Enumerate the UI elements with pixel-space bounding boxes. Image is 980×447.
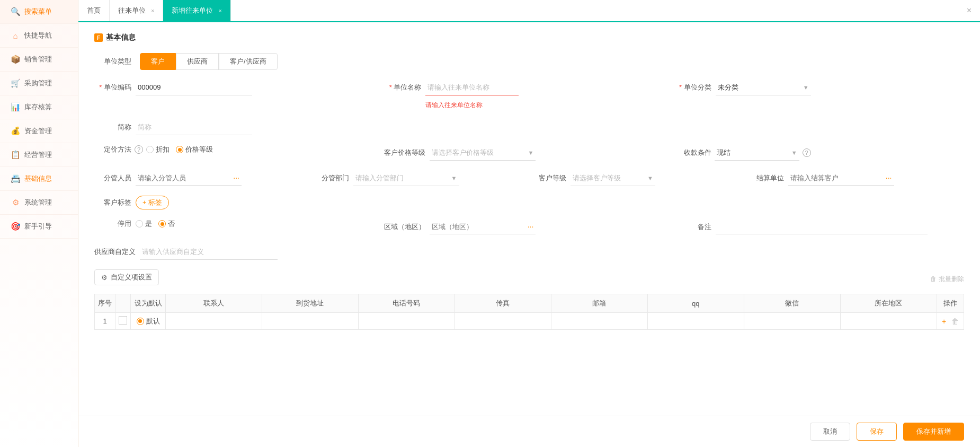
supplier-custom-input[interactable] (140, 244, 278, 260)
row-add-btn[interactable]: + (942, 317, 946, 326)
shortname-input[interactable] (136, 119, 252, 135)
save-and-new-button[interactable]: 保存并新增 (903, 423, 964, 441)
customer-price-select[interactable]: 请选择客户价格等级 ▼ (430, 145, 536, 161)
cell-wechat[interactable] (744, 313, 840, 330)
sidebar-item-quicknav[interactable]: ⌂ 快捷导航 (0, 24, 78, 48)
cell-contact[interactable] (165, 313, 262, 330)
bulk-delete-btn[interactable]: 🗑 批量删除 (930, 275, 964, 284)
default-radio[interactable]: 默认 (134, 317, 162, 326)
disabled-yes-circle (136, 220, 143, 227)
th-qq: qq (647, 294, 744, 313)
unit-type-group: 客户 供应商 客户/供应商 (140, 53, 278, 70)
cancel-button[interactable]: 取消 (810, 423, 850, 441)
unit-btn-customer[interactable]: 客户 (140, 53, 176, 70)
cell-phone[interactable] (358, 313, 455, 330)
disabled-radio-yes[interactable]: 是 (136, 219, 152, 229)
customer-level-chevron-icon: ▼ (647, 175, 653, 181)
pricing-radio-level[interactable]: 价格等级 (176, 145, 213, 154)
disabled-radio-no[interactable]: 否 (158, 219, 175, 229)
category-value: 未分类 (718, 83, 801, 92)
email-input[interactable] (555, 317, 644, 325)
payment-terms-help-icon[interactable]: ? (803, 148, 811, 157)
unit-btn-both[interactable]: 客户/供应商 (219, 53, 278, 70)
purchase-icon: 🛒 (11, 78, 20, 88)
tab-new-partner-label: 新增往来单位 (172, 6, 213, 15)
contact-table: 序号 设为默认 联系人 到货地址 电话号码 传真 邮箱 qq 微信 所在地区 操… (94, 294, 964, 330)
code-name-category-row: 单位编码 单位名称 请输入往来单位名称 单位分类 未分类 ▼ (94, 80, 964, 110)
sidebar-item-basic[interactable]: 📇 基础信息 (0, 167, 78, 191)
contact-input[interactable] (169, 317, 259, 325)
bulk-delete-label: 批量删除 (939, 275, 964, 284)
pricing-level-circle (176, 146, 183, 153)
disabled-no-label: 否 (168, 219, 175, 229)
sidebar-item-inventory-label: 库存核算 (24, 102, 52, 112)
sidebar-item-guide[interactable]: 🎯 新手引导 (0, 215, 78, 239)
tab-home[interactable]: 首页 (78, 0, 110, 21)
manager-dots-btn[interactable]: ··· (231, 173, 242, 182)
settlement-input[interactable] (788, 170, 884, 185)
disabled-field: 停用 是 否 (94, 219, 384, 229)
pricing-discount-label: 折扣 (156, 145, 170, 154)
th-seq: 序号 (95, 294, 115, 313)
pricing-discount-circle (146, 146, 154, 153)
name-error-tip: 请输入往来单位名称 (425, 101, 483, 110)
row-delete-btn[interactable]: 🗑 (951, 317, 959, 326)
phone-input[interactable] (362, 317, 451, 325)
manager-input[interactable] (136, 170, 231, 185)
sidebar-item-operations[interactable]: 📋 经营管理 (0, 143, 78, 167)
pricing-row: 定价方法 ? 折扣 价格等级 客户价格等级 请选择客户价格等级 (94, 145, 964, 161)
cell-address[interactable] (262, 313, 358, 330)
cell-fax[interactable] (455, 313, 551, 330)
tab-bar-close-btn[interactable]: × (958, 6, 980, 15)
pricing-radio-discount[interactable]: 折扣 (146, 145, 170, 154)
disabled-region-row: 停用 是 否 区域（地区） ··· (94, 219, 964, 234)
tab-new-partner[interactable]: 新增往来单位 × (163, 0, 230, 21)
pricing-help-icon[interactable]: ? (135, 145, 143, 154)
department-label: 分管部门 (312, 173, 349, 183)
custom-settings-button[interactable]: ⚙ 自定义项设置 (94, 269, 159, 285)
tab-partners-close[interactable]: × (151, 7, 154, 14)
region-table-input[interactable] (844, 317, 933, 325)
disabled-label: 停用 (94, 219, 131, 229)
region-dots-btn[interactable]: ··· (525, 222, 536, 231)
department-select[interactable]: 请输入分管部门 ▼ (353, 170, 459, 186)
sidebar-item-operations-label: 经营管理 (24, 150, 52, 160)
supplier-custom-field: 供应商自定义 (94, 244, 964, 260)
cell-email[interactable] (551, 313, 647, 330)
add-tag-button[interactable]: + 标签 (136, 196, 169, 209)
cell-checkbox[interactable] (115, 313, 131, 330)
sidebar-item-guide-label: 新手引导 (24, 222, 52, 231)
code-input[interactable] (136, 80, 252, 95)
th-phone: 电话号码 (358, 294, 455, 313)
cell-region[interactable] (840, 313, 937, 330)
sidebar-item-search[interactable]: 🔍 搜索菜单 (0, 0, 78, 24)
save-button[interactable]: 保存 (857, 423, 897, 441)
home-icon: ⌂ (11, 31, 20, 40)
sidebar-item-sales[interactable]: 📦 销售管理 (0, 48, 78, 72)
code-label: 单位编码 (94, 83, 131, 92)
address-input[interactable] (265, 317, 355, 325)
settlement-dots-btn[interactable]: ··· (884, 173, 894, 182)
table-row: 1 默认 (95, 313, 964, 330)
remark-input[interactable] (716, 219, 928, 234)
sidebar-item-system[interactable]: ⚙ 系统管理 (0, 191, 78, 215)
sidebar-item-purchase[interactable]: 🛒 采购管理 (0, 72, 78, 95)
qq-input[interactable] (651, 317, 741, 325)
sidebar-item-inventory[interactable]: 📊 库存核算 (0, 95, 78, 119)
customer-level-select[interactable]: 请选择客户等级 ▼ (571, 170, 655, 186)
tab-partners[interactable]: 往来单位 × (110, 0, 163, 21)
category-select[interactable]: 未分类 ▼ (716, 80, 811, 95)
th-contact: 联系人 (165, 294, 262, 313)
tab-new-partner-close[interactable]: × (218, 7, 221, 14)
fax-input[interactable] (458, 317, 548, 325)
operations-icon: 📋 (11, 150, 20, 160)
department-chevron-icon: ▼ (451, 175, 457, 181)
name-input[interactable] (425, 80, 519, 95)
payment-terms-select[interactable]: 现结 ▼ (715, 145, 799, 161)
wechat-input[interactable] (747, 317, 837, 325)
row-checkbox[interactable] (119, 316, 127, 325)
cell-qq[interactable] (647, 313, 744, 330)
sidebar-item-finance[interactable]: 💰 资金管理 (0, 119, 78, 143)
region-input[interactable] (430, 219, 525, 234)
unit-btn-supplier[interactable]: 供应商 (176, 53, 219, 70)
